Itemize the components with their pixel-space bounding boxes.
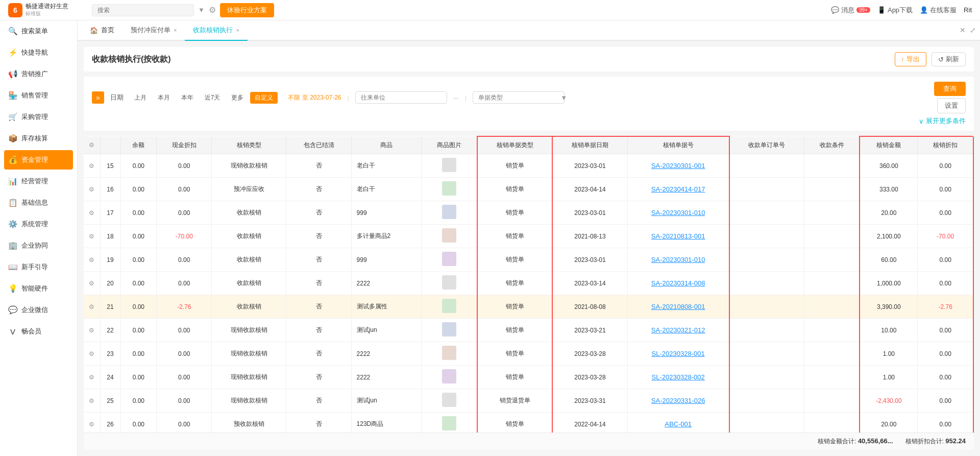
tab-collection-verify[interactable]: 收款核销执行 ×: [185, 20, 247, 41]
close-window-btn[interactable]: ✕: [960, 26, 966, 34]
expand-more-btn[interactable]: ∨ 展开更多条件: [919, 116, 966, 126]
td-goods-img: [422, 295, 477, 319]
cart-icon: 🛒: [8, 112, 17, 122]
tab-prepay-label: 预付冲应付单: [131, 26, 170, 35]
tab-prepay-close[interactable]: ×: [174, 27, 177, 33]
online-service-btn[interactable]: 👤 在线客服: [920, 6, 957, 15]
td-includes-settled: 否: [286, 295, 351, 319]
td-includes-settled: 否: [286, 154, 351, 178]
sidebar-item-sales[interactable]: 🏪 销售管理: [0, 85, 77, 106]
th-settings[interactable]: ⚙: [84, 136, 100, 154]
tab-home[interactable]: 🏠 首页: [82, 20, 122, 41]
td-collection-condition: [804, 248, 860, 272]
date-btn-7days[interactable]: 近7天: [200, 92, 225, 104]
td-verify-type: 现销收款核销: [212, 154, 286, 178]
collapse-filter-btn[interactable]: »: [92, 91, 104, 104]
table-header-row: ⚙ 余额 现金折扣 核销类型 包含已结清 商品 商品图片 核销单据类型 核销单据…: [84, 136, 973, 154]
td-verify-receipt-no: SA-20230301-010: [627, 248, 729, 272]
td-settings[interactable]: ⚙: [84, 178, 100, 201]
td-seq: 19: [100, 248, 120, 272]
sidebar-item-purchase[interactable]: 🛒 采购管理: [0, 106, 77, 128]
tabs-bar: 🏠 首页 预付冲应付单 × 收款核销执行 × ✕ ⤢: [78, 20, 980, 41]
sidebar-item-vip[interactable]: V 畅会员: [0, 321, 77, 342]
td-verify-type: 收款核销: [212, 225, 286, 248]
sidebar-item-marketing[interactable]: 📢 营销推广: [0, 63, 77, 85]
td-goods-img: [422, 272, 477, 295]
sidebar-item-quick-nav[interactable]: ⚡ 快捷导航: [0, 42, 77, 63]
th-seq: [100, 136, 120, 154]
sidebar-item-wechat[interactable]: 💬 企业微信: [0, 299, 77, 321]
sidebar-item-label: 经营管理: [21, 177, 48, 186]
filter-row: » 日期 上月 本月 本年 近7天 更多 自定义 不限 至 2023-07-26…: [92, 82, 966, 113]
bulb-icon: 💡: [8, 284, 17, 293]
maximize-window-btn[interactable]: ⤢: [970, 26, 976, 34]
sidebar-item-label: 智能硬件: [21, 284, 48, 293]
td-verify-discount: 0.00: [918, 272, 973, 295]
date-btn-this-year[interactable]: 本年: [177, 92, 198, 104]
query-btn[interactable]: 查询: [934, 82, 966, 96]
top-search-input[interactable]: [92, 4, 194, 16]
sidebar-item-inventory[interactable]: 📦 库存核算: [0, 128, 77, 149]
td-goods: 老白干: [351, 178, 422, 201]
sidebar-item-enterprise[interactable]: 🏢 企业协同: [0, 235, 77, 256]
sidebar-item-guide[interactable]: 📖 新手引导: [0, 256, 77, 278]
td-goods-img: [422, 248, 477, 272]
td-includes-settled: 否: [286, 201, 351, 225]
table-scroll[interactable]: ⚙ 余额 现金折扣 核销类型 包含已结清 商品 商品图片 核销单据类型 核销单据…: [84, 136, 974, 433]
th-collection-condition: 收款条件: [804, 136, 860, 154]
date-btn-last-month[interactable]: 上月: [130, 92, 151, 104]
td-settings[interactable]: ⚙: [84, 272, 100, 295]
top-bar: 6 畅捷通谱好生意 标维版 ▼ ⚙ 休验行业方案 💬 消息 99+ 📱 App下…: [0, 0, 980, 20]
th-includes-settled: 包含已结清: [286, 136, 351, 154]
td-settings[interactable]: ⚙: [84, 201, 100, 225]
message-btn[interactable]: 💬 消息 99+: [831, 6, 870, 15]
th-verify-discount: 核销折扣: [918, 136, 973, 154]
receipt-type-select[interactable]: [473, 91, 565, 104]
td-verify-amount: 1,000.00: [860, 272, 917, 295]
counterparty-input[interactable]: [355, 91, 447, 104]
footer-verify-discount: 核销折扣合计: 952.24: [905, 437, 966, 446]
td-settings[interactable]: ⚙: [84, 366, 100, 389]
td-settings[interactable]: ⚙: [84, 319, 100, 342]
td-collection-condition: [804, 389, 860, 413]
sidebar-item-smart-hw[interactable]: 💡 智能硬件: [0, 278, 77, 299]
td-settings[interactable]: ⚙: [84, 295, 100, 319]
td-settings[interactable]: ⚙: [84, 413, 100, 433]
main-table: ⚙ 余额 现金折扣 核销类型 包含已结清 商品 商品图片 核销单据类型 核销单据…: [84, 136, 974, 433]
app-download-btn[interactable]: 📱 App下载: [877, 6, 913, 15]
td-verify-receipt-type: 销货单: [477, 342, 553, 366]
export-icon: ↑: [901, 56, 905, 63]
td-cash-discount: -2.76: [157, 295, 212, 319]
sidebar-item-basic-info[interactable]: 📋 基础信息: [0, 192, 77, 213]
td-goods: 2222: [351, 342, 422, 366]
tab-prepay[interactable]: 预付冲应付单 ×: [122, 20, 185, 41]
refresh-btn[interactable]: ↺ 刷新: [932, 52, 966, 66]
td-includes-settled: 否: [286, 272, 351, 295]
counterparty-dots[interactable]: ···: [453, 94, 459, 102]
table-row: ⚙ 22 0.00 0.00 现销收款核销 否 测试jun 销货单 2023-0…: [84, 319, 973, 342]
tab-collection-verify-close[interactable]: ×: [236, 27, 239, 33]
gear-icon[interactable]: ⚙: [209, 5, 216, 15]
sidebar-item-finance[interactable]: 💰 资金管理: [4, 150, 73, 170]
date-btn-custom[interactable]: 自定义: [250, 92, 278, 104]
sidebar-item-search-menu[interactable]: 🔍 搜索菜单: [0, 20, 77, 42]
td-settings[interactable]: ⚙: [84, 389, 100, 413]
tab-collection-verify-label: 收款核销执行: [193, 26, 233, 35]
home-icon: 🏠: [90, 27, 98, 34]
sidebar-item-operations[interactable]: 📊 经营管理: [0, 171, 77, 192]
filter-settings-btn[interactable]: 设置: [937, 98, 966, 113]
industry-btn[interactable]: 休验行业方案: [220, 3, 274, 17]
date-btn-more[interactable]: 更多: [227, 92, 248, 104]
td-verify-receipt-no: SA-20230321-012: [627, 319, 729, 342]
td-settings[interactable]: ⚙: [84, 225, 100, 248]
date-btn-this-month[interactable]: 本月: [153, 92, 175, 104]
sidebar-item-label: 畅会员: [21, 327, 41, 336]
td-settings[interactable]: ⚙: [84, 154, 100, 178]
sidebar-item-system[interactable]: ⚙️ 系统管理: [0, 213, 77, 235]
td-settings[interactable]: ⚙: [84, 248, 100, 272]
td-balance: 0.00: [120, 201, 157, 225]
td-settings[interactable]: ⚙: [84, 342, 100, 366]
export-btn[interactable]: ↑ 导出: [895, 52, 927, 66]
td-goods: 2222: [351, 272, 422, 295]
th-collection-order-no: 收款单订单号: [729, 136, 804, 154]
